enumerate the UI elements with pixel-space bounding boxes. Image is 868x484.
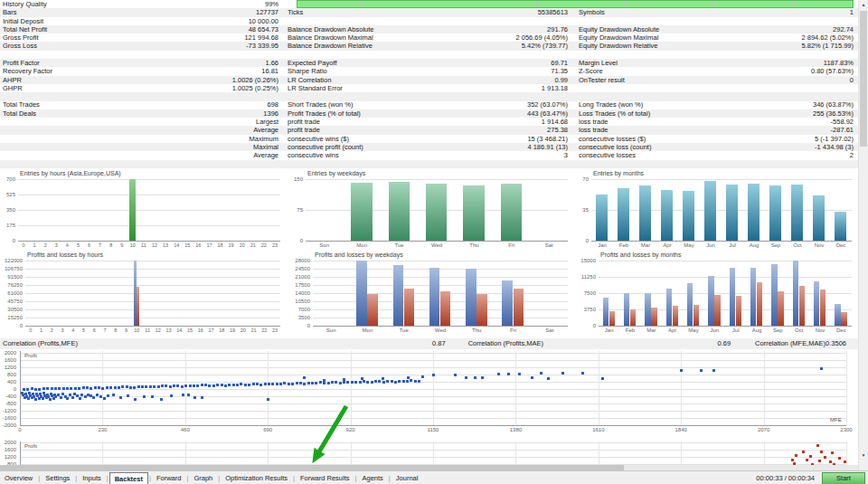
stat-value: 10 000.00 [195,17,278,26]
stats-row: GHPR1.0025 (0.25%)LR Standard Error1 913… [0,84,859,92]
stat-value: 121 994.68 [195,33,278,43]
stat-value: Maximum [195,135,278,144]
tab-backtest[interactable]: Backtest [109,472,148,484]
scatter-point [66,387,69,390]
progress-separator [623,1,625,7]
profit-bar [429,268,439,326]
start-button[interactable]: Start [822,472,865,484]
stats-spacer-row [0,160,859,168]
y-tick-label: 30500 [0,307,23,312]
x-tick-label: 16 [193,242,203,249]
gridline [313,261,568,261]
scatter-point [386,380,389,383]
loss-bar [476,294,486,326]
stats-row: Total Deals1396Profit Trades (% of total… [0,109,859,118]
profit-bar [624,293,629,326]
scatter-point [382,377,384,380]
tab-overview[interactable]: Overview [0,472,37,484]
gridline [313,285,568,286]
scatter-point [82,386,85,389]
entry-bar [389,182,410,241]
scatter-point [303,376,306,379]
scatter-point [96,394,99,396]
chart-title: Entries by weekdays [307,170,365,176]
scatter-point [371,381,373,384]
stat-label: Symbols [579,8,764,17]
vertical-gridline [351,441,352,467]
scatter-point [276,383,278,385]
tab-forward-results[interactable]: Forward Results [296,472,354,484]
stat-value: 0.80 (57.63%) [764,67,859,76]
scatter-point [101,387,104,390]
y-tick-label: 1600 [0,357,16,363]
tab-journal[interactable]: Journal [392,472,423,484]
scatter-point [820,451,823,453]
y-tick-label: 61000 [0,290,23,296]
stat-label: Balance Drawdown Absolute [288,25,479,34]
scatter-point [406,380,409,383]
scatter-point [268,383,270,385]
vertical-scrollbar[interactable]: ▲ ▼ [858,0,868,470]
scroll-down-icon[interactable]: ▼ [859,451,868,460]
tab-optimization-results[interactable]: Optimization Results [221,472,292,484]
chart-profits-and-losses-by-hours: Profits and losses by hours0152503050045… [0,251,288,337]
gridline [25,301,280,302]
scatter-point [363,380,365,383]
tab-inputs[interactable]: Inputs [78,472,105,484]
backtest-statistics-table: History Quality99%Bars127737Ticks5538561… [0,0,859,168]
stat-value: 1 914.68 [479,118,568,127]
elapsed-time: 00:00:33 / 00:00:34 [756,474,815,482]
tab-settings[interactable]: Settings [41,472,74,484]
stats-row: Initial Deposit10 000.00 [0,17,859,25]
stat-label: Equity Drawdown Maximal [579,33,764,43]
scatter-point [327,382,330,384]
stat-label: Equity Drawdown Absolute [579,25,764,34]
loss-bar [778,291,783,326]
y-axis-line [20,351,21,425]
gridline [18,225,280,226]
tab-forward[interactable]: Forward [152,472,186,484]
x-tick-label: 13 [164,327,175,334]
y-tick-label: 2000 [0,350,16,356]
chart-title: Profits and losses by hours [27,251,103,258]
chart-entries-by-months: Entries by months03570JanFebMarAprMayJun… [575,170,859,251]
correlation-cell: Correlation (Profits,MAE)0.69 [466,338,752,349]
loss-bar [757,282,762,326]
x-tick-label: 3 [57,327,68,334]
tab-agents[interactable]: Agents [357,472,387,484]
loss-bar [440,291,450,326]
x-tick-label: 2 [47,327,58,334]
stat-value: 2 056.69 (4.05%) [479,33,568,43]
y-tick-label: 0 [575,323,596,328]
vertical-gridline [268,441,269,467]
scatter-point [187,394,190,396]
x-tick-label: 0 [18,242,29,249]
correlation-value: 0.69 [543,338,752,349]
stat-value: 443 (63.47%) [479,109,568,119]
stat-value: 291.76 [479,25,568,34]
vertical-scrollbar-thumb[interactable] [860,11,867,147]
stat-value: 15 (3 468.21) [479,135,568,144]
scatter-point [432,374,435,376]
scatter-point [712,369,715,372]
scroll-up-icon[interactable]: ▲ [859,0,868,10]
y-tick-label: 7000 [288,307,310,312]
scatter-point [92,396,95,399]
scatter-point [795,454,797,457]
gridline [18,195,280,195]
vertical-gridline [764,351,765,425]
x-tick-label: 1 [36,327,47,334]
tab-graph[interactable]: Graph [189,472,217,484]
scatter-point [474,376,476,379]
y-tick-label: 1200 [0,454,16,460]
scatter-point [34,398,37,401]
x-tick-label: 0 [6,427,33,433]
stat-value: 71.35 [479,67,568,76]
x-tick-label: Dec [831,327,852,334]
y-tick-label: 28000 [288,258,310,263]
scatter-point [84,395,87,398]
chart-title: Entries by months [593,170,644,176]
stat-label: profit trade [288,118,479,127]
scatter-point [244,384,247,386]
scatter-point [414,380,417,383]
